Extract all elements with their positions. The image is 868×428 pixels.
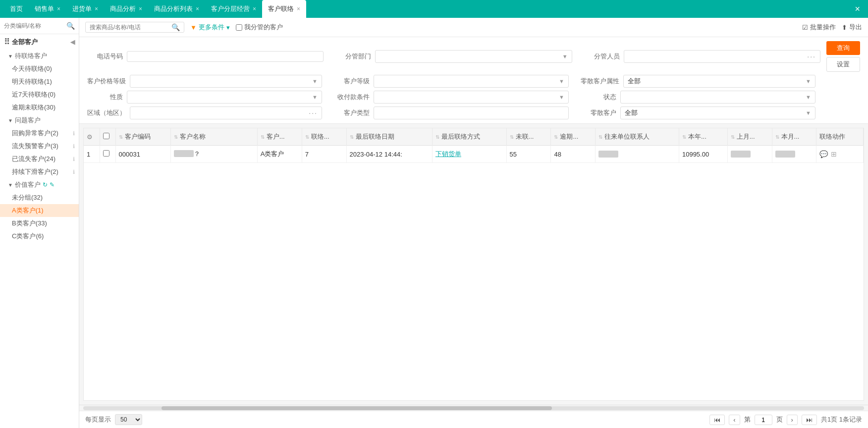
sidebar-item-today-contact[interactable]: 今天待联络(0) [0,62,79,75]
page-end-label: 页 [776,415,783,424]
payment-select[interactable]: ▼ [374,91,569,104]
col-this-year[interactable]: ⇅本年... [679,128,727,146]
sidebar-search-icon[interactable]: 🔍 [66,22,75,30]
sidebar-item-ungrouped[interactable]: 未分组(32) [0,191,79,204]
row-code: 000031 [115,146,171,163]
retail-attr-select[interactable]: 全部 ▼ [623,75,815,88]
filter-search-input[interactable] [90,24,171,31]
first-page-button[interactable]: ⏮ [709,415,725,425]
prev-page-button[interactable]: ‹ [729,415,740,425]
nature-select[interactable]: ▼ [127,91,322,104]
next-page-button[interactable]: › [787,415,798,425]
my-customers-checkbox[interactable] [236,24,242,31]
dept-select[interactable]: ▼ [375,50,572,63]
row-actions-cell: 💬 ⊞ [816,146,864,163]
pending-contact-group-label: ▼ 待联络客户 [0,50,79,62]
nav-tab-analysis-list-close[interactable]: × [196,5,199,12]
col-contact-person[interactable]: ⇅往来单位联系人 [596,128,679,146]
retail-customer-select[interactable]: 全部 ▼ [620,107,815,119]
col-sort-last-method: ⇅ [435,134,439,140]
nav-tab-analysis[interactable]: 商品分析 × [104,0,148,18]
row-checkbox[interactable] [103,150,109,157]
query-button[interactable]: 查询 [826,41,860,55]
nav-tab-customer-mgmt-close[interactable]: × [253,5,256,12]
customer-type-select[interactable] [374,107,569,119]
customer-grade-select[interactable]: ▼ [374,75,569,88]
col-overdue[interactable]: ⇅逾期... [551,128,596,146]
col-last-date[interactable]: ⇅最后联络日期 [346,128,432,146]
col-last-month[interactable]: ⇅上月... [727,128,772,146]
filter-more-conditions[interactable]: ▼ 更多条件 ▾ [190,23,230,32]
chat-action-icon[interactable]: 💬 [819,150,828,158]
window-close-button[interactable]: × [851,4,864,14]
sidebar-item-declining-customers[interactable]: 持续下滑客户(2) ℹ [0,165,79,178]
filter-row-3: 性质 ▼ 收付款条件 ▼ 状态 ▼ [87,91,860,104]
setting-button[interactable]: 设置 [826,57,860,72]
retail-attr-label: 零散客户属性 [581,77,623,86]
nav-tab-purchase[interactable]: 进货单 × [66,0,104,18]
last-page-button[interactable]: ⏭ [802,415,817,425]
col-no-contact[interactable]: ⇅未联... [506,128,551,146]
sidebar-search-input[interactable] [4,22,66,29]
sidebar-item-lost-customers[interactable]: 已流失客户(24) ℹ [0,153,79,165]
price-grade-label: 客户价格等级 [87,77,130,86]
problem-group-label: ▼ 问题客户 [0,114,79,127]
select-all-checkbox[interactable] [103,133,109,139]
col-sort-contact: ⇅ [305,134,309,140]
batch-operation-button[interactable]: ☑ 批量操作 [802,23,836,32]
col-contact[interactable]: ⇅联络... [302,128,346,146]
price-grade-field: 客户价格等级 ▼ [87,75,322,88]
nav-home[interactable]: 首页 [4,4,29,13]
region-select[interactable]: ··· [130,107,322,119]
last-method-link[interactable]: 下销货单 [435,150,461,158]
nature-arrow: ▼ [312,94,318,100]
sidebar-item-b-class[interactable]: B类客户(33) [0,217,79,230]
h-scrollbar[interactable] [83,406,864,410]
sidebar-item-c-class[interactable]: C类客户(6) [0,230,79,243]
col-name[interactable]: ⇅客户名称 [171,128,257,146]
nav-tab-purchase-close[interactable]: × [95,5,98,12]
h-scrollbar-thumb[interactable] [162,406,552,410]
nav-tab-analysis-close[interactable]: × [139,5,142,12]
col-this-month[interactable]: ⇅本月... [772,128,816,146]
nav-tab-sales-close[interactable]: × [57,5,60,12]
sidebar-item-repurchase-abnormal[interactable]: 回购异常客户(2) ℹ [0,127,79,140]
week-contact-label: 近7天待联络(0) [12,90,55,99]
nav-tab-customer-contact[interactable]: 客户联络 × [262,0,306,18]
page-size-select[interactable]: 50 100 200 [115,414,142,425]
grid-action-icon[interactable]: ⊞ [831,150,837,158]
col-last-method[interactable]: ⇅最后联络方式 [432,128,506,146]
phone-input[interactable] [127,51,324,62]
region-dots: ··· [309,109,318,117]
col-type[interactable]: ⇅客户... [257,128,302,146]
sidebar-item-a-class[interactable]: A类客户(1) [0,204,79,217]
region-field: 区域（地区） ··· [87,107,322,119]
sidebar-collapse-icon[interactable]: ◀ [70,39,75,46]
nav-tab-analysis-list[interactable]: 商品分析列表 × [148,0,205,18]
nav-tab-sales[interactable]: 销售单 × [29,0,66,18]
filter-search-icon[interactable]: 🔍 [171,23,180,31]
status-select[interactable]: ▼ [620,91,815,104]
page-number-input[interactable] [755,415,772,425]
col-sort-name: ⇅ [174,134,178,140]
edit-icon[interactable]: ✎ [50,181,54,188]
price-grade-select[interactable]: ▼ [130,75,322,88]
sidebar-item-overdue-contact[interactable]: 逾期未联络(30) [0,101,79,114]
row-checkbox-cell [100,146,115,163]
col-code[interactable]: ⇅客户编码 [115,128,171,146]
sidebar: 🔍 ⠿ 全部客户 ◀ ▼ 待联络客户 今天待联络(0) 明天待联络(1) 近7天… [0,18,79,428]
sidebar-item-week-contact[interactable]: 近7天待联络(0) [0,88,79,101]
sidebar-item-churn-warning[interactable]: 流失预警客户(3) ℹ [0,140,79,153]
row-no-contact: 55 [506,146,551,163]
refresh-icon[interactable]: ↻ [43,181,48,188]
row-last-method: 下销货单 [432,146,506,163]
export-button[interactable]: ⬆ 导出 [842,23,862,32]
info-icon-3: ℹ [73,156,75,162]
sidebar-all-customers-header[interactable]: ⠿ 全部客户 ◀ [0,34,79,50]
sidebar-item-tomorrow-contact[interactable]: 明天待联络(1) [0,75,79,88]
settings-gear-icon[interactable]: ⚙ [87,133,93,141]
col-sort-last-date: ⇅ [350,134,354,140]
nav-tab-customer-contact-close[interactable]: × [297,5,300,12]
nav-tab-customer-mgmt[interactable]: 客户分层经营 × [205,0,262,18]
manager-select[interactable]: ··· [624,50,820,63]
